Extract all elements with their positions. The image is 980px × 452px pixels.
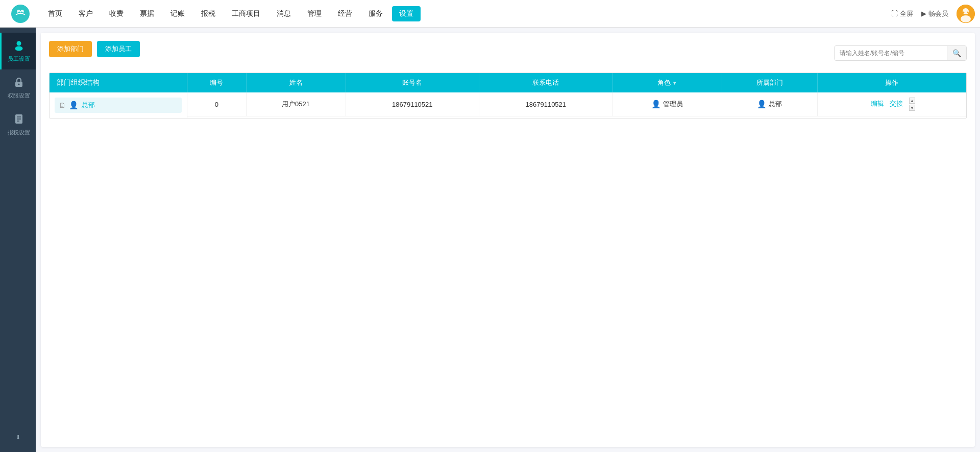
nav-manage[interactable]: 管理 <box>300 6 329 21</box>
nav-customer[interactable]: 客户 <box>71 6 100 21</box>
vip-label: 畅会员 <box>928 9 948 18</box>
sidebar-item-employee[interactable]: 员工设置 <box>0 33 36 69</box>
employee-panel: 编号 姓名 账号名 联系电话 <box>187 73 966 118</box>
lock-icon <box>14 77 24 89</box>
nav-menu: 首页 客户 收费 票据 记账 报税 工商项目 消息 管理 经营 服务 设置 <box>41 6 891 21</box>
vip-icon: ▶ <box>921 10 926 17</box>
nav-accounting[interactable]: 记账 <box>163 6 192 21</box>
main-layout: 员工设置 权限设置 报税设置 <box>0 28 980 452</box>
nav-right-area: ⛶ 全屏 ▶ 畅会员 <box>891 5 975 23</box>
th-role-label: 角色 <box>657 78 671 87</box>
top-navigation: 首页 客户 收费 票据 记账 报税 工商项目 消息 管理 经营 服务 设置 ⛶ … <box>0 0 980 28</box>
content-header: 添加部门 添加员工 🔍 <box>49 41 967 65</box>
two-panel-layout: 部门组织结构 🗎 👤 总部 <box>49 73 967 118</box>
svg-point-5 <box>967 11 969 13</box>
dept-tree: 🗎 👤 总部 <box>50 92 187 118</box>
sidebar: 员工设置 权限设置 报税设置 <box>0 28 36 452</box>
cell-account: 18679110521 <box>346 92 479 116</box>
sidebar-download[interactable]: ⬇ <box>0 428 36 447</box>
tax-report-icon <box>14 113 24 126</box>
content-inner: 添加部门 添加员工 🔍 部门组织结构 🗎 <box>41 33 975 447</box>
sidebar-tax-label: 报税设置 <box>8 129 30 136</box>
add-employee-button[interactable]: 添加员工 <box>97 41 140 57</box>
table-header-row: 编号 姓名 账号名 联系电话 <box>187 73 966 92</box>
cell-role: 👤 管理员 <box>612 92 722 116</box>
vip-button[interactable]: ▶ 畅会员 <box>921 9 948 18</box>
svg-point-6 <box>16 41 21 46</box>
role-label: 管理员 <box>663 100 683 109</box>
sidebar-bottom: ⬇ <box>0 428 36 452</box>
cell-code: 0 <box>187 92 246 116</box>
search-input[interactable] <box>835 46 947 60</box>
file-icon: 🗎 <box>59 101 66 109</box>
content-area: 添加部门 添加员工 🔍 部门组织结构 🗎 <box>36 28 980 452</box>
sidebar-employee-label: 员工设置 <box>8 56 30 62</box>
transfer-link[interactable]: 交接 <box>890 100 903 107</box>
nav-service[interactable]: 服务 <box>361 6 390 21</box>
download-icon: ⬇ <box>16 434 20 441</box>
svg-point-7 <box>15 46 22 51</box>
svg-point-4 <box>963 11 965 13</box>
dept-panel: 部门组织结构 🗎 👤 总部 <box>50 73 187 118</box>
cell-dept: 👤 总部 <box>722 92 817 116</box>
fullscreen-button[interactable]: ⛶ 全屏 <box>891 9 913 18</box>
svg-point-2 <box>963 8 969 14</box>
th-role[interactable]: 角色 ▼ <box>612 73 722 92</box>
nav-settings[interactable]: 设置 <box>392 6 421 21</box>
scroll-down-arrow[interactable]: ▼ <box>909 105 915 111</box>
dept-person-icon-cell: 👤 <box>757 100 767 109</box>
dept-person-icon: 👤 <box>69 101 79 110</box>
sidebar-permission-label: 权限设置 <box>8 92 30 99</box>
th-action: 操作 <box>817 73 966 92</box>
toolbar: 添加部门 添加员工 <box>49 41 140 57</box>
nav-business[interactable]: 工商项目 <box>225 6 267 21</box>
search-button[interactable]: 🔍 <box>947 46 966 60</box>
cell-action: 编辑 交接 ▲ ▼ <box>817 92 966 116</box>
add-dept-button[interactable]: 添加部门 <box>49 41 92 57</box>
dept-item-label: 总部 <box>82 101 95 110</box>
search-icon: 🔍 <box>952 49 961 57</box>
role-person-icon: 👤 <box>651 100 661 109</box>
svg-point-9 <box>18 84 19 85</box>
user-avatar[interactable] <box>957 5 975 23</box>
th-account: 账号名 <box>346 73 479 92</box>
dept-label: 总部 <box>769 100 782 109</box>
fullscreen-icon: ⛶ <box>891 10 898 17</box>
th-code: 编号 <box>187 73 246 92</box>
sidebar-item-permission[interactable]: 权限设置 <box>0 69 36 106</box>
nav-tax[interactable]: 报税 <box>194 6 223 21</box>
dept-tree-item-general[interactable]: 🗎 👤 总部 <box>55 98 182 113</box>
employee-icon <box>13 40 24 53</box>
edit-link[interactable]: 编辑 <box>871 100 884 107</box>
cell-phone: 18679110521 <box>479 92 613 116</box>
th-phone: 联系电话 <box>479 73 613 92</box>
sidebar-item-tax-settings[interactable]: 报税设置 <box>0 106 36 143</box>
nav-home[interactable]: 首页 <box>41 6 69 21</box>
nav-invoice[interactable]: 票据 <box>133 6 161 21</box>
nav-operation[interactable]: 经营 <box>331 6 359 21</box>
filter-icon: ▼ <box>672 80 677 86</box>
table-row: 0 用户0521 18679110521 18679110521 👤 管理员 <box>187 92 966 116</box>
search-box: 🔍 <box>834 45 967 61</box>
employee-table: 编号 姓名 账号名 联系电话 <box>187 73 966 116</box>
fullscreen-label: 全屏 <box>900 9 913 18</box>
app-logo[interactable] <box>5 5 36 23</box>
cell-name: 用户0521 <box>246 92 346 116</box>
th-name: 姓名 <box>246 73 346 92</box>
dept-panel-header: 部门组织结构 <box>50 73 187 92</box>
nav-billing[interactable]: 收费 <box>102 6 131 21</box>
svg-point-3 <box>961 15 971 22</box>
scroll-up-arrow[interactable]: ▲ <box>909 98 915 104</box>
nav-message[interactable]: 消息 <box>270 6 298 21</box>
th-dept: 所属部门 <box>722 73 817 92</box>
